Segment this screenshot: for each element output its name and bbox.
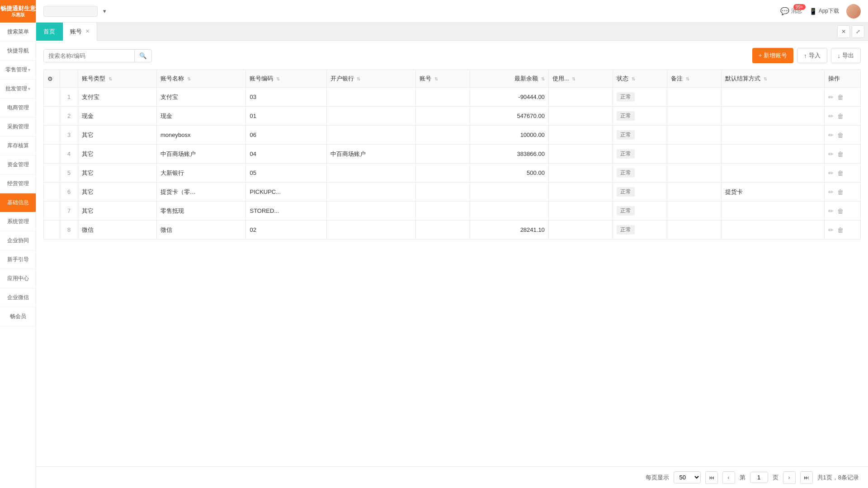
sidebar-item-enterprise-wechat[interactable]: 企业微信 — [0, 288, 36, 307]
row-account — [416, 145, 470, 164]
page-size-select[interactable]: 50 100 200 — [674, 471, 701, 483]
col-type[interactable]: 账号类型 ⇅ — [78, 70, 157, 88]
row-default-settlement — [721, 126, 824, 145]
delete-icon[interactable]: 🗑 — [837, 131, 844, 139]
prev-page-btn[interactable]: ‹ — [722, 471, 735, 484]
last-page-btn[interactable]: ⏭ — [800, 471, 813, 484]
edit-icon[interactable]: ✏ — [828, 207, 834, 215]
delete-icon[interactable]: 🗑 — [837, 207, 844, 215]
row-code: 05 — [246, 164, 326, 183]
sidebar-item-wholesale-mgmt[interactable]: 批发管理 ▾ — [0, 80, 36, 99]
delete-icon[interactable]: 🗑 — [837, 226, 844, 234]
table-row: 4 其它 中百商场账户 04 中百商场账户 383866.00 正常 ✏ 🗑 — [44, 145, 861, 164]
next-page-btn[interactable]: › — [783, 471, 796, 484]
row-code: 06 — [246, 126, 326, 145]
tab-home[interactable]: 首页 — [36, 23, 63, 41]
sidebar-item-app-center[interactable]: 应用中心 — [0, 269, 36, 288]
row-gear — [44, 221, 60, 239]
delete-icon[interactable]: 🗑 — [837, 188, 844, 196]
edit-icon[interactable]: ✏ — [828, 113, 834, 120]
col-default-settlement[interactable]: 默认结算方式 ⇅ — [721, 70, 824, 88]
add-account-button[interactable]: + 新增账号 — [752, 48, 793, 63]
edit-icon[interactable]: ✏ — [828, 169, 834, 177]
message-icon: 💬 — [780, 7, 789, 15]
col-bank[interactable]: 开户银行 ⇅ — [326, 70, 416, 88]
sidebar-item-member[interactable]: 畅会员 — [0, 307, 36, 326]
tab-account[interactable]: 账号 ✕ — [63, 23, 97, 41]
status-badge: 正常 — [617, 206, 635, 216]
sidebar-item-newbie-guide[interactable]: 新手引导 — [0, 250, 36, 269]
page-number-input[interactable] — [750, 472, 768, 483]
row-status: 正常 — [613, 126, 667, 145]
topbar-dropdown-icon[interactable]: ▾ — [101, 6, 108, 16]
col-balance[interactable]: 最新余额 ⇅ — [470, 70, 548, 88]
row-note — [667, 183, 722, 202]
row-account — [416, 164, 470, 183]
delete-icon[interactable]: 🗑 — [837, 169, 844, 177]
sidebar-item-inventory-calc[interactable]: 库存核算 — [0, 136, 36, 155]
row-balance: 383866.00 — [470, 145, 548, 164]
user-avatar[interactable] — [846, 4, 861, 19]
first-page-btn[interactable]: ⏮ — [705, 471, 718, 484]
row-actions: ✏ 🗑 — [825, 107, 861, 126]
row-bank — [326, 88, 416, 107]
topbar-search-input[interactable] — [43, 6, 98, 17]
edit-icon[interactable]: ✏ — [828, 226, 834, 234]
delete-icon[interactable]: 🗑 — [837, 94, 844, 101]
tab-expand-btn[interactable]: ⤢ — [852, 25, 864, 38]
col-note[interactable]: 备注 ⇅ — [667, 70, 722, 88]
sidebar-item-ops-mgmt[interactable]: 经营管理 — [0, 174, 36, 193]
edit-icon[interactable]: ✏ — [828, 131, 834, 139]
account-search-input[interactable] — [44, 50, 134, 62]
search-button[interactable]: 🔍 — [134, 50, 151, 62]
sidebar-item-enterprise-agreement[interactable]: 企业协同 — [0, 231, 36, 250]
row-status: 正常 — [613, 107, 667, 126]
row-name: 中百商场账户 — [156, 145, 246, 164]
edit-icon[interactable]: ✏ — [828, 150, 834, 158]
sort-icon-note: ⇅ — [686, 76, 689, 81]
sidebar-item-system-mgmt[interactable]: 系统管理 — [0, 212, 36, 231]
row-actions: ✏ 🗑 — [825, 88, 861, 107]
sidebar-item-basic-info[interactable]: 基础信息 — [0, 193, 36, 212]
row-bank — [326, 164, 416, 183]
row-type: 其它 — [78, 202, 157, 221]
col-settings[interactable]: ⚙ — [44, 70, 60, 88]
status-badge: 正常 — [617, 130, 635, 140]
row-status: 正常 — [613, 202, 667, 221]
edit-icon[interactable]: ✏ — [828, 94, 834, 101]
row-balance: -90444.00 — [470, 88, 548, 107]
row-bank: 中百商场账户 — [326, 145, 416, 164]
sidebar-item-purchase-mgmt[interactable]: 采购管理 — [0, 117, 36, 136]
import-button[interactable]: ↑ 导入 — [797, 48, 827, 63]
col-status[interactable]: 状态 ⇅ — [613, 70, 667, 88]
message-button[interactable]: 💬 消息 99+ — [780, 7, 802, 15]
row-note — [667, 164, 722, 183]
tab-close-btn[interactable]: ✕ — [837, 25, 850, 38]
row-type: 其它 — [78, 164, 157, 183]
delete-icon[interactable]: 🗑 — [837, 113, 844, 120]
col-action: 操作 — [825, 70, 861, 88]
app-download-button[interactable]: 📱 App下载 — [809, 7, 839, 15]
sidebar-item-quick-nav[interactable]: 快捷导航 — [0, 42, 36, 61]
row-name: moneybosx — [156, 126, 246, 145]
row-gear — [44, 183, 60, 202]
col-code[interactable]: 账号编码 ⇅ — [246, 70, 326, 88]
row-usage — [548, 88, 613, 107]
col-usage[interactable]: 使用... ⇅ — [548, 70, 613, 88]
tab-close-icon[interactable]: ✕ — [85, 28, 90, 34]
sidebar-item-search-menu[interactable]: 搜索菜单 — [0, 23, 36, 42]
col-name[interactable]: 账号名称 ⇅ — [156, 70, 246, 88]
page-size-label: 每页显示 — [646, 474, 669, 482]
account-tab-label: 账号 — [70, 28, 82, 36]
edit-icon[interactable]: ✏ — [828, 188, 834, 196]
row-code: 02 — [246, 221, 326, 239]
export-button[interactable]: ↓ 导出 — [831, 48, 861, 63]
sidebar-item-retail-mgmt[interactable]: 零售管理 ▾ — [0, 61, 36, 80]
col-account[interactable]: 账号 ⇅ — [416, 70, 470, 88]
sidebar-item-fund-mgmt[interactable]: 资金管理 — [0, 155, 36, 174]
row-name: 微信 — [156, 221, 246, 239]
delete-icon[interactable]: 🗑 — [837, 150, 844, 158]
sidebar-item-ecommerce-mgmt[interactable]: 电商管理 — [0, 99, 36, 117]
row-bank — [326, 202, 416, 221]
table-header-row: ⚙ 账号类型 ⇅ 账号名称 ⇅ 账号编码 ⇅ — [44, 70, 861, 88]
